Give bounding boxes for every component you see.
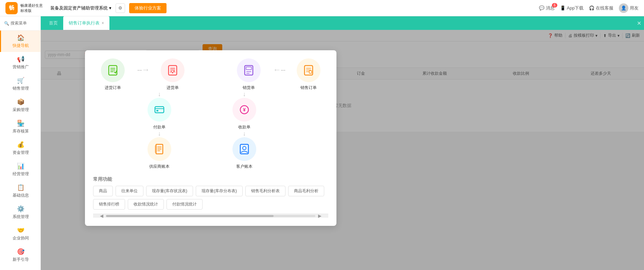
sidebar-item-base-info[interactable]: 📋 基础信息: [0, 180, 40, 202]
chevron-down-icon: ▾: [109, 5, 111, 11]
tab-bar: 首页 销售订单执行表 × ✕: [41, 16, 644, 30]
func-btn-payment-stats[interactable]: 付款情况统计: [167, 199, 203, 210]
sidebar-search-area: 🔍 搜索菜单: [0, 16, 40, 31]
enterprise-icon: 🤝: [17, 227, 24, 234]
sales-bill-icon: [237, 58, 261, 82]
messages-button[interactable]: 💬 消息 6: [539, 5, 555, 11]
arrow-down-row-2: ↓ ↓: [93, 130, 328, 137]
func-btn-receipt-stats[interactable]: 收款情况统计: [128, 199, 164, 210]
flow-node-receipt[interactable]: ¥ 收款单: [222, 98, 266, 130]
purchase-bill-icon: [161, 58, 185, 82]
payment-label: 付款单: [153, 124, 166, 130]
func-btn-goods-margin[interactable]: 商品毛利分析: [288, 186, 324, 196]
func-btn-stock-dist[interactable]: 现存量(库存分布表): [196, 186, 243, 196]
svg-rect-11: [304, 66, 313, 75]
func-btn-sales-margin[interactable]: 销售毛利分析表: [245, 186, 285, 196]
arrow-down-receipt: ↓: [222, 130, 266, 137]
svg-rect-22: [155, 145, 157, 153]
sidebar-item-operations[interactable]: 📊 经营管理: [0, 159, 40, 180]
purchase-order-label: 进货订单: [105, 85, 121, 91]
search-menu-button[interactable]: 🔍 搜索菜单: [3, 19, 38, 28]
scroll-bar-area: ◀ ▶: [93, 214, 328, 218]
messages-badge: 6: [552, 3, 557, 7]
online-service-button[interactable]: 🎧 在线客服: [589, 5, 613, 11]
svg-rect-21: [156, 144, 163, 154]
purchase-order-icon: [101, 58, 125, 82]
sidebar-item-system[interactable]: ⚙️ 系统管理: [0, 202, 40, 223]
flow-node-supplier-ledger[interactable]: 供应商账本: [137, 137, 181, 169]
sidebar-item-finance[interactable]: 💰 资金管理: [0, 138, 40, 159]
arrow-left-dashed-1: ← - -: [268, 65, 289, 74]
sidebar-item-enterprise[interactable]: 🤝 企业协同: [0, 223, 40, 245]
func-btn-stock-status[interactable]: 现存量(库存状况表): [146, 186, 193, 196]
flow-node-sales-bill[interactable]: 销货单: [229, 58, 268, 91]
tab-sales-order[interactable]: 销售订单执行表 ×: [63, 16, 109, 30]
flow-node-purchase-bill[interactable]: 进货单: [153, 58, 192, 91]
tab-home[interactable]: 首页: [43, 16, 63, 30]
svg-rect-16: [155, 107, 164, 113]
flow-diagram: 进货订单 - - → 进货单: [93, 58, 328, 169]
arrow-down-sales: ↓: [222, 91, 266, 98]
app-download-button[interactable]: 📱 App下载: [560, 5, 584, 11]
sidebar-item-purchase[interactable]: 📦 采购管理: [0, 95, 40, 116]
arrow-down-purchase: ↓: [137, 91, 181, 98]
marketing-icon: 📢: [17, 55, 24, 63]
payment-icon: [147, 98, 171, 122]
scroll-right-arrow[interactable]: ▶: [318, 213, 321, 218]
scroll-track: [106, 215, 315, 217]
scroll-thumb[interactable]: [106, 215, 274, 217]
func-btn-counterparty[interactable]: 往来单位: [116, 186, 143, 196]
sidebar-item-marketing[interactable]: 📢 营销推广: [0, 52, 40, 73]
tab-close-icon[interactable]: ×: [102, 21, 104, 25]
app-container: 畅 畅康通好生意 标准版 装备及固定资产辅助管理系统 ▾ ⚙ 体验行业方案 💬 …: [0, 0, 644, 270]
gear-button[interactable]: ⚙: [116, 3, 125, 13]
arrow-down-payment: ↓: [137, 130, 181, 137]
logo-text: 畅康通好生意 标准版: [20, 3, 43, 13]
inventory-icon: 🏪: [17, 120, 24, 127]
sales-order-icon: [297, 58, 320, 82]
logo-icon: 畅: [5, 2, 18, 14]
top-bar: 畅 畅康通好生意 标准版 装备及固定资产辅助管理系统 ▾ ⚙ 体验行业方案 💬 …: [0, 0, 644, 16]
flow-row-1: 进货订单 - - → 进货单: [93, 58, 328, 91]
sidebar-item-sales[interactable]: 🛒 销售管理: [0, 73, 40, 95]
search-icon: 🔍: [4, 21, 9, 26]
supplier-ledger-label: 供应商账本: [149, 164, 170, 169]
flow-node-sales-order[interactable]: 销售订单: [289, 58, 328, 91]
func-buttons-container: 商品 往来单位 现存量(库存状况表) 现存量(库存分布表) 销售毛利分析表 商品…: [93, 186, 328, 196]
arrow-down-row-1: ↓ ↓: [93, 91, 328, 98]
svg-text:¥: ¥: [243, 107, 246, 112]
flow-node-purchase-order[interactable]: 进货订单: [93, 58, 133, 91]
tab-bar-right: ✕: [637, 20, 641, 26]
common-functions: 常用功能 商品 往来单位 现存量(库存状况表) 现存量(库存分布表) 销售毛利分…: [93, 176, 328, 210]
service-icon: 🎧: [589, 5, 594, 11]
sidebar-item-inventory[interactable]: 🏪 库存核算: [0, 116, 40, 138]
download-icon: 📱: [560, 5, 565, 11]
svg-rect-8: [246, 67, 251, 70]
func-btn-goods[interactable]: 商品: [93, 186, 113, 196]
newbie-icon: 🎯: [17, 248, 24, 255]
flow-node-payment[interactable]: 付款单: [137, 98, 181, 130]
system-title-dropdown[interactable]: 装备及固定资产辅助管理系统 ▾: [50, 5, 111, 11]
message-icon: 💬: [539, 5, 544, 11]
system-title: 装备及固定资产辅助管理系统: [50, 5, 108, 11]
func-buttons-row2: 销售排行榜 收款情况统计 付款情况统计: [93, 199, 328, 210]
content-area: 首页 销售订单执行表 × ✕ ❓ 帮助: [41, 16, 644, 270]
receipt-label: 收款单: [238, 124, 250, 130]
avatar: 👤: [619, 3, 628, 13]
page-content: ❓ 帮助 🖨 按模板打印 ▾ ⬆ 导出 ▾: [41, 30, 644, 270]
user-menu[interactable]: 👤 用友: [619, 3, 639, 13]
flow-row-2: 付款单 ¥ 收款单: [93, 98, 328, 130]
sidebar-item-quick-nav[interactable]: 🏠 快捷导航: [0, 31, 40, 52]
svg-rect-15: [309, 71, 312, 73]
finance-icon: 💰: [17, 141, 24, 148]
logo-area: 畅 畅康通好生意 标准版: [5, 2, 46, 14]
sidebar-item-newbie[interactable]: 🎯 新手引导: [0, 245, 40, 266]
close-all-tabs-button[interactable]: ✕: [637, 20, 641, 26]
func-btn-sales-rank[interactable]: 销售排行榜: [93, 199, 125, 210]
trial-button[interactable]: 体验行业方案: [129, 3, 167, 13]
scroll-left-arrow[interactable]: ◀: [100, 213, 103, 218]
flow-node-customer-ledger[interactable]: 客户账本: [222, 137, 266, 169]
arrow-right-dashed-1: - - →: [133, 65, 153, 74]
svg-point-28: [243, 146, 246, 150]
sidebar: 🔍 搜索菜单 🏠 快捷导航 📢 营销推广 🛒 销售管理 📦 采购管理: [0, 16, 41, 270]
